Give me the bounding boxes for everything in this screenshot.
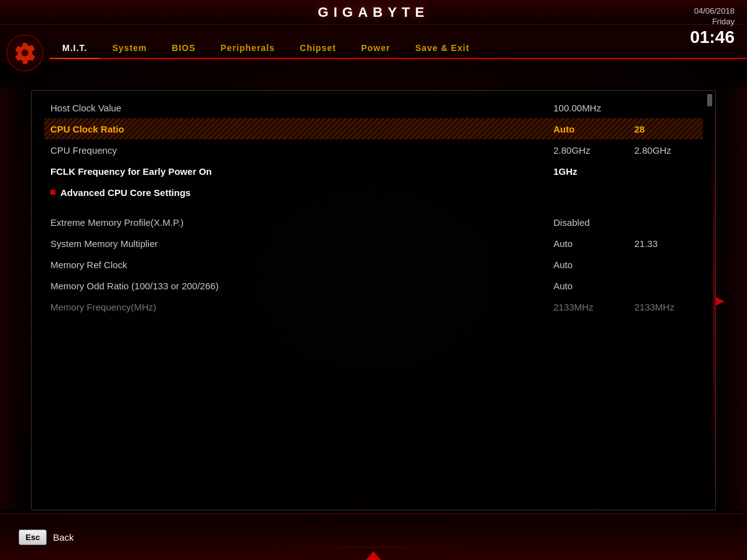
bottom-bar: Esc Back [0,513,747,560]
row-mem-ref-clock[interactable]: Memory Ref Clock Auto [44,254,703,275]
row-advanced-cpu[interactable]: Advanced CPU Core Settings [44,182,703,203]
row-cpu-frequency[interactable]: CPU Frequency 2.80GHz 2.80GHz [44,139,703,161]
bottom-triangle-icon [366,551,381,560]
time-display: 01:46 [690,29,735,46]
top-bar: GIGABYTE [0,0,747,25]
right-arrow-icon: ▶ [716,294,725,307]
setting-value-mem-odd-ratio: Auto [553,281,634,291]
setting-name-host-clock: Host Clock Value [50,103,553,113]
setting-value2-mem-frequency: 2133MHz [634,302,697,312]
brand-logo: GIGABYTE [318,4,430,21]
right-side-decoration [722,87,747,510]
back-label: Back [53,532,73,543]
setting-name-mem-frequency: Memory Frequency(MHz) [50,302,553,312]
row-mem-multiplier[interactable]: System Memory Multiplier Auto 21.33 [44,233,703,254]
setting-value-fclk: 1GHz [553,166,634,177]
setting-name-fclk: FCLK Frequency for Early Power On [50,166,553,177]
row-mem-frequency[interactable]: Memory Frequency(MHz) 2133MHz 2133MHz [44,296,703,317]
row-xmp[interactable]: Extreme Memory Profile(X.M.P.) Disabled [44,212,703,233]
datetime-display: 04/06/2018 Friday 01:46 [690,6,735,46]
setting-name-advanced-cpu: Advanced CPU Core Settings [60,187,697,198]
settings-list: Host Clock Value 100.00MHz CPU Clock Rat… [32,91,715,324]
esc-key[interactable]: Esc [19,530,47,545]
row-mem-odd-ratio[interactable]: Memory Odd Ratio (100/133 or 200/266) Au… [44,275,703,296]
setting-value2-cpu-clock-ratio: 28 [634,124,697,134]
tab-mit[interactable]: M.I.T. [50,38,100,58]
tab-bios[interactable]: BIOS [159,38,208,58]
tab-power[interactable]: Power [349,38,403,58]
spacer-row [44,203,703,212]
tab-system[interactable]: System [100,38,159,58]
setting-name-cpu-clock-ratio: CPU Clock Ratio [50,124,553,134]
row-fclk[interactable]: FCLK Frequency for Early Power On 1GHz [44,161,703,182]
setting-value-cpu-clock-ratio: Auto [553,124,634,134]
setting-value-mem-frequency: 2133MHz [553,302,634,312]
setting-value2-cpu-frequency: 2.80GHz [634,145,697,156]
setting-value-mem-ref-clock: Auto [553,259,634,270]
setting-name-mem-ref-clock: Memory Ref Clock [50,259,553,270]
date-display: 04/06/2018 Friday [690,6,735,27]
setting-value-mem-multiplier: Auto [553,238,634,249]
tab-chipset[interactable]: Chipset [288,38,349,58]
content-right-glow [713,91,715,510]
left-side-decoration [0,87,25,510]
scroll-indicator [707,94,712,106]
setting-value-xmp: Disabled [553,217,634,228]
setting-value2-mem-multiplier: 21.33 [634,238,697,249]
bottom-deco-line [280,547,467,548]
setting-name-xmp: Extreme Memory Profile(X.M.P.) [50,217,553,228]
row-host-clock[interactable]: Host Clock Value 100.00MHz [44,97,703,118]
setting-value-cpu-frequency: 2.80GHz [553,145,634,156]
setting-name-mem-multiplier: System Memory Multiplier [50,238,553,249]
setting-name-cpu-frequency: CPU Frequency [50,145,553,156]
tab-peripherals[interactable]: Peripherals [208,38,287,58]
main-content: ▶ Host Clock Value 100.00MHz CPU Clock R… [31,90,716,510]
setting-value-host-clock: 100.00MHz [553,103,634,113]
red-indicator-icon [50,190,55,195]
row-cpu-clock-ratio[interactable]: CPU Clock Ratio Auto 28 [44,118,703,139]
gear-icon [13,41,37,65]
gear-icon-container [6,34,44,72]
tab-save-exit[interactable]: Save & Exit [403,38,482,58]
nav-bar: M.I.T. System BIOS Peripherals Chipset P… [50,31,747,59]
setting-name-mem-odd-ratio: Memory Odd Ratio (100/133 or 200/266) [50,281,553,291]
